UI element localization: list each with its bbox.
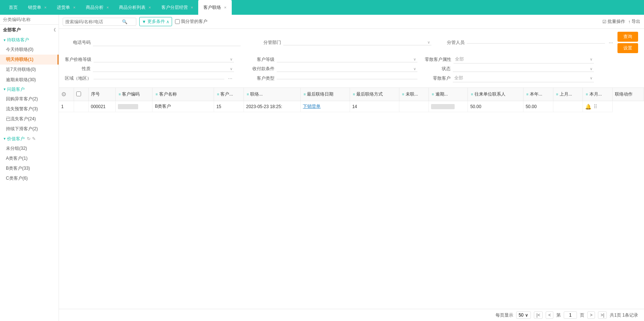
dept-label: 分管部门 [255, 39, 281, 46]
table-body: 1 000021 Ea B类客户 15 2023-05-23 18:25: 下销… [59, 101, 644, 112]
refresh-value-icon[interactable]: ↻ [27, 136, 31, 141]
more-action-icon[interactable]: ⠿ [594, 104, 597, 110]
query-button[interactable]: 查询 [617, 32, 638, 42]
region-more-icon[interactable]: ··· [227, 75, 234, 81]
payment-select[interactable]: ∨ [277, 66, 418, 72]
th-contacts[interactable]: ≡ 联络... [244, 88, 300, 101]
filter-status-cell: 状态 ∨ [425, 66, 594, 72]
filter-price-grade-cell: 客户价格等级 ∨ [65, 56, 234, 63]
th-last-month[interactable]: ≡ 上月... [553, 88, 583, 101]
close-purchase-order-icon[interactable]: × [73, 5, 75, 10]
export-icon: ↑ [628, 19, 630, 24]
sidebar-item-7days-contact[interactable]: 近7天待联络(0) [0, 65, 59, 75]
close-customer-contact-icon[interactable]: × [224, 5, 226, 10]
filter-row-4: 区域（地区） ··· 客户类型 零散客户 全部 ∨ [65, 74, 638, 82]
retail-customer-select[interactable]: 全部 ∨ [453, 74, 594, 82]
filter-retail-customer-cell: 零散客户 全部 ∨ [425, 74, 594, 82]
close-product-analysis-icon[interactable]: × [106, 5, 109, 10]
customer-grade-select[interactable]: ∨ [277, 56, 418, 62]
status-select[interactable]: ∨ [453, 66, 594, 72]
nav-product-analysis-list[interactable]: 商品分析列表 × [114, 0, 156, 15]
filter-row-1: 电话号码 分管部门 ∨ 分管人员 ··· [65, 32, 638, 53]
all-customers-title[interactable]: 全部客户 《 [0, 25, 59, 35]
th-customer-code[interactable]: ≡ 客户编码 [116, 88, 153, 101]
region-label: 区域（地区） [65, 75, 91, 82]
sidebar-item-class-a[interactable]: A类客户(1) [0, 153, 59, 163]
sidebar-search-input[interactable] [3, 17, 58, 22]
retail-customer-label: 零散客户 [425, 75, 451, 82]
sidebar-item-declining[interactable]: 持续下滑客户(2) [0, 124, 59, 134]
payment-label: 收付款条件 [249, 66, 274, 72]
contact-action-icon[interactable]: 🔔 [585, 104, 591, 110]
search-input[interactable] [65, 19, 120, 24]
toolbar-right: ☑ 批量操作 ↑ 导出 [602, 18, 640, 25]
nav-product-analysis[interactable]: 商品分析 × [81, 0, 114, 15]
th-code[interactable]: 序号 [88, 88, 116, 101]
nav-home[interactable]: 首页 [4, 0, 23, 15]
price-grade-select[interactable]: ∨ [94, 56, 234, 62]
th-overdue[interactable]: ≡ 逾期... [429, 88, 468, 101]
close-product-analysis-list-icon[interactable]: × [148, 5, 151, 10]
prev-page-button[interactable]: < [546, 311, 553, 319]
set-button[interactable]: 设置 [617, 43, 638, 53]
page-number-input[interactable] [564, 311, 577, 319]
th-last-contact-date[interactable]: ≡ 最后联络日期 [301, 88, 350, 101]
sidebar-item-churned[interactable]: 已流失客户(24) [0, 114, 59, 124]
person-more-icon[interactable]: ··· [607, 39, 615, 45]
th-contact-person[interactable]: ≡ 往来单位联系人 [468, 88, 523, 101]
dept-select[interactable]: ∨ [283, 39, 431, 45]
th-customer-type[interactable]: ≡ 客户... [214, 88, 244, 101]
main-content: 🔍 ▼ 更多条件 ∧ 我分管的客户 ☑ 批量操作 ↑ 导出 [59, 15, 644, 321]
filter-row-3: 性质 ∨ 收付款条件 ∨ 状态 [65, 66, 638, 72]
batch-operation-button[interactable]: ☑ 批量操作 [602, 18, 625, 25]
nav-purchase-order[interactable]: 进货单 × [52, 0, 80, 15]
close-sales-order-icon[interactable]: × [44, 5, 46, 10]
cell-contacts: 15 [214, 101, 244, 112]
search-icon[interactable]: 🔍 [122, 19, 127, 24]
column-settings-icon[interactable]: ⚙ [61, 91, 66, 97]
sort-icon-code: ≡ [119, 92, 121, 96]
filter-panel: 电话号码 分管部门 ∨ 分管人员 ··· [59, 29, 644, 88]
select-all-checkbox[interactable] [76, 92, 81, 96]
main-layout: 🔍 全部客户 《 待联络客户 今天待联络(0) 明天待联络(1) 近7天待联络(… [0, 15, 644, 321]
nav-sales-order[interactable]: 销货单 × [23, 0, 52, 15]
filter-nature-cell: 性质 ∨ [65, 66, 234, 72]
th-this-month[interactable]: ≡ 本月... [583, 88, 613, 101]
th-no-contact-days[interactable]: ≡ 未联... [399, 88, 429, 101]
next-page-button[interactable]: > [587, 311, 595, 319]
my-customer-checkbox[interactable] [175, 19, 180, 24]
sort-icon-no-contact: ≡ [402, 92, 405, 96]
page-suffix: 页 [580, 312, 584, 318]
sidebar-item-tomorrow-contact[interactable]: 明天待联络(1) [0, 55, 59, 65]
customer-type-select[interactable] [277, 77, 418, 79]
edit-value-icon[interactable]: ✎ [32, 136, 36, 141]
th-last-contact-method[interactable]: ≡ 最后联络方式 [350, 88, 399, 101]
sidebar-item-class-b[interactable]: B类客户(33) [0, 163, 59, 173]
my-customer-checkbox-label[interactable]: 我分管的客户 [175, 18, 207, 25]
filter-customer-grade-cell: 客户等级 ∨ [249, 56, 418, 63]
nav-customer-contact[interactable]: 客户联络 × [198, 0, 231, 15]
sort-icon-overdue: ≡ [432, 92, 434, 96]
per-page-select[interactable]: 50 ∨ [516, 311, 531, 319]
th-customer-name[interactable]: ≡ 客户名称 [153, 88, 214, 101]
sidebar-item-ungrouped[interactable]: 未分组(32) [0, 144, 59, 153]
customer-grade-arrow-icon: ∨ [413, 57, 416, 61]
sidebar-item-class-c[interactable]: C类客户(6) [0, 173, 59, 183]
more-filters-button[interactable]: ▼ 更多条件 ∧ [139, 17, 172, 26]
nature-select[interactable]: ∨ [93, 66, 234, 72]
sidebar-item-abnormal-repurchase[interactable]: 回购异常客户(2) [0, 94, 59, 104]
phone-input[interactable] [93, 39, 241, 46]
sidebar-item-today-contact[interactable]: 今天待联络(0) [0, 45, 59, 55]
close-customer-layering-icon[interactable]: × [191, 5, 193, 10]
export-button[interactable]: ↑ 导出 [628, 18, 640, 25]
th-this-year[interactable]: ≡ 本年... [523, 88, 553, 101]
customer-type-label: 客户类型 [249, 75, 274, 82]
sidebar-item-churn-warning[interactable]: 流失预警客户(3) [0, 104, 59, 114]
filter-retail-attr-cell: 零散客户属性 全部 ∨ [425, 55, 594, 63]
last-page-button[interactable]: >| [598, 311, 607, 319]
retail-attr-select[interactable]: 全部 ∨ [454, 55, 594, 63]
sidebar-item-overdue-contact[interactable]: 逾期未联络(30) [0, 75, 59, 85]
first-page-button[interactable]: |< [534, 311, 543, 319]
action-buttons: 查询 设置 [617, 32, 638, 53]
nav-customer-layering[interactable]: 客户分层经营 × [156, 0, 198, 15]
